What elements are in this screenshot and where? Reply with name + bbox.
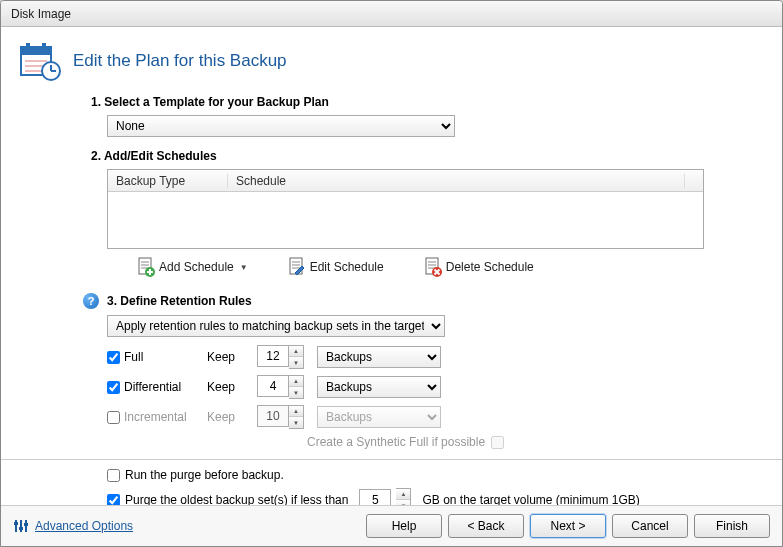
spin-down-icon: ▼ [289,417,303,428]
purge-before-label: Run the purge before backup. [125,468,284,482]
incr-label: Incremental [124,410,187,424]
purge-oldest-prefix: Purge the oldest backup set(s) if less t… [125,493,348,505]
diff-keep-label: Keep [207,380,257,394]
svg-rect-3 [42,43,46,51]
advanced-options-label: Advanced Options [35,519,133,533]
incr-unit-select: Backups [317,406,441,428]
col-backup-type[interactable]: Backup Type [108,174,228,188]
synthetic-label: Create a Synthetic Full if possible [307,435,485,449]
full-keep-label: Keep [207,350,257,364]
diff-unit-select[interactable]: Backups [317,376,441,398]
help-button[interactable]: Help [366,514,442,538]
window-title: Disk Image [11,7,71,21]
dialog-window: Disk Image Edit the Plan for this Backup [0,0,783,547]
svg-rect-32 [19,527,23,530]
footer-buttons: Help < Back Next > Cancel Finish [366,514,770,538]
calendar-clock-icon [19,41,63,81]
edit-schedule-label: Edit Schedule [310,260,384,274]
footer: Advanced Options Help < Back Next > Canc… [1,505,782,546]
help-icon[interactable]: ? [83,293,99,309]
full-label: Full [124,350,143,364]
section3-label: 3. Define Retention Rules [107,294,252,308]
purge-spinner[interactable]: ▲▼ [396,488,411,505]
sliders-icon [13,518,29,534]
spin-down-icon[interactable]: ▼ [289,357,303,368]
retention-full-row: Full Keep ▲▼ Backups [107,345,704,369]
incr-count-input [257,405,289,427]
next-button[interactable]: Next > [530,514,606,538]
purge-before-checkbox[interactable] [107,469,120,482]
incr-spinner: ▲▼ [289,405,304,429]
diff-checkbox[interactable] [107,381,120,394]
svg-rect-31 [14,522,18,525]
template-select[interactable]: None [107,115,455,137]
full-unit-select[interactable]: Backups [317,346,441,368]
add-schedule-label: Add Schedule [159,260,234,274]
spin-up-icon[interactable]: ▲ [289,376,303,387]
retention-scope-select[interactable]: Apply retention rules to matching backup… [107,315,445,337]
chevron-down-icon: ▼ [240,263,248,272]
spin-down-icon[interactable]: ▼ [289,387,303,398]
schedule-actions: Add Schedule ▼ Edit Schedule Delete Sche… [137,257,704,277]
divider [1,459,782,460]
svg-rect-1 [21,47,51,55]
spin-up-icon[interactable]: ▲ [289,346,303,357]
spin-up-icon: ▲ [289,406,303,417]
document-delete-icon [424,257,442,277]
synthetic-row: Create a Synthetic Full if possible [307,435,704,449]
edit-schedule-button[interactable]: Edit Schedule [288,257,384,277]
delete-schedule-button[interactable]: Delete Schedule [424,257,534,277]
add-schedule-button[interactable]: Add Schedule ▼ [137,257,248,277]
purge-oldest-suffix: GB on the target volume (minimum 1GB) [422,493,639,505]
retention-diff-row: Differential Keep ▲▼ Backups [107,375,704,399]
spin-up-icon[interactable]: ▲ [396,489,410,500]
full-count-input[interactable] [257,345,289,367]
purge-oldest-checkbox[interactable] [107,494,120,506]
section2-label: 2. Add/Edit Schedules [91,149,764,163]
content-area: Edit the Plan for this Backup 1. Select … [1,27,782,505]
svg-rect-2 [26,43,30,51]
synthetic-checkbox [491,436,504,449]
schedule-table[interactable]: Backup Type Schedule [107,169,704,249]
full-checkbox[interactable] [107,351,120,364]
cancel-button[interactable]: Cancel [612,514,688,538]
incr-keep-label: Keep [207,410,257,424]
advanced-options-link[interactable]: Advanced Options [13,518,133,534]
page-title: Edit the Plan for this Backup [73,51,287,71]
document-edit-icon [288,257,306,277]
full-spinner[interactable]: ▲▼ [289,345,304,369]
svg-rect-33 [24,523,28,526]
section3-header: ? 3. Define Retention Rules [83,293,764,309]
diff-spinner[interactable]: ▲▼ [289,375,304,399]
diff-label: Differential [124,380,181,394]
table-header: Backup Type Schedule [108,170,703,192]
delete-schedule-label: Delete Schedule [446,260,534,274]
purge-before-row: Run the purge before backup. [107,468,764,482]
finish-button[interactable]: Finish [694,514,770,538]
back-button[interactable]: < Back [448,514,524,538]
col-schedule[interactable]: Schedule [228,174,685,188]
page-header: Edit the Plan for this Backup [19,41,764,81]
purge-gb-input[interactable] [359,489,391,505]
retention-incr-row: Incremental Keep ▲▼ Backups [107,405,704,429]
section1-label: 1. Select a Template for your Backup Pla… [91,95,764,109]
diff-count-input[interactable] [257,375,289,397]
title-bar: Disk Image [1,1,782,27]
purge-oldest-row: Purge the oldest backup set(s) if less t… [107,488,764,505]
document-add-icon [137,257,155,277]
incr-checkbox[interactable] [107,411,120,424]
